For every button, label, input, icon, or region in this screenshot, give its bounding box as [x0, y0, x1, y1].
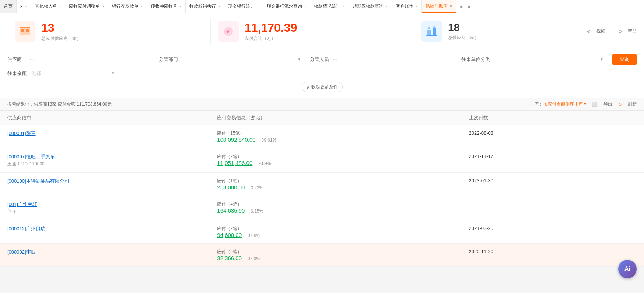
supplier-dots-icon: ···: [29, 56, 34, 63]
nav-customer-ledger-label: 客户账本: [396, 3, 413, 10]
nav-ar-adjust[interactable]: 应收应付调整单 ×: [65, 0, 108, 13]
filter-row-2: 往来余额 选择... ▼: [7, 68, 118, 79]
sort-label-text: 排序：按应付余额倒序排序 ▾: [530, 101, 586, 107]
supplier-col-5: [000012]广州贝瑞: [7, 225, 217, 232]
last-pay-col-2: 2021-11-17: [469, 154, 637, 159]
table-row: [000012]广州贝瑞 应付（2笔） 94,600.00 0.08% 2021…: [0, 220, 644, 244]
tx-label-3: 应付（1笔）: [217, 178, 469, 184]
svg-rect-10: [433, 26, 435, 28]
supplier-link-3[interactable]: [000100]本特勤油品有限公司: [7, 178, 217, 185]
nav-bank-deposit[interactable]: 银行存取款单 ×: [108, 0, 147, 13]
amount-icon: ¥: [218, 21, 239, 42]
nav-bank-deposit-close[interactable]: ×: [141, 4, 143, 8]
balance-select-container[interactable]: 选择... ▼: [29, 68, 118, 79]
tx-row-3: 258,000.00 0.23%: [217, 184, 469, 190]
nav-prev-arrow[interactable]: ◀: [456, 0, 465, 13]
nav-advance-ar-close[interactable]: ×: [179, 4, 182, 8]
nav-cash-bank-stat-label: 现金银行统计: [228, 3, 255, 10]
help-link[interactable]: 帮助: [628, 28, 637, 34]
total-payable-suppliers-label: 总应付供应商（家）: [41, 35, 81, 42]
dept-select-container[interactable]: ▼: [180, 54, 303, 65]
supplier-link-5[interactable]: [000012]广州贝瑞: [7, 225, 217, 232]
refresh-icon: ↻: [618, 102, 622, 107]
supplier-input-container[interactable]: ···: [28, 54, 151, 65]
filter-person: 分管人员 ···: [310, 54, 454, 65]
nav-customer-ledger[interactable]: 客户账本 ×: [392, 0, 422, 13]
nav-other-income-close[interactable]: ×: [59, 4, 62, 8]
ai-label: Ai: [624, 266, 630, 267]
nav-overdue-ar[interactable]: 超期应收款查询 ×: [349, 0, 392, 13]
person-filter-label: 分管人员: [310, 56, 329, 63]
category-select-container[interactable]: ▼: [492, 54, 605, 65]
person-dots-icon: ···: [333, 56, 337, 63]
nav-other-income[interactable]: 其他收入单 ×: [31, 0, 66, 13]
nav-tab3-close[interactable]: ×: [25, 4, 27, 8]
nav-receipt-stat[interactable]: 收款情况统计 ×: [310, 0, 349, 13]
tx-percent-6: 0.03%: [248, 256, 260, 261]
supplier-link-6[interactable]: [000002]李四: [7, 249, 217, 255]
supplier-link-4[interactable]: [001]广州荣轩: [7, 201, 217, 208]
nav-overdue-ar-label: 超期应收款查询: [353, 3, 384, 10]
tx-col-6: 应付（5笔） 32,366.00 0.03%: [217, 249, 469, 261]
tx-row-5: 94,600.00 0.08%: [217, 232, 469, 238]
nav-home[interactable]: 首页: [0, 0, 17, 13]
nav-advance-ar[interactable]: 预收冲应收单 ×: [147, 0, 186, 13]
nav-ar-adjust-close[interactable]: ×: [102, 4, 104, 8]
tx-amount-5[interactable]: 94,600.00: [217, 232, 242, 238]
total-suppliers-label: 总供应商（家）: [448, 35, 479, 41]
supplier-filter-label: 供应商: [7, 56, 26, 63]
tx-amount-6[interactable]: 32,366.00: [217, 255, 242, 261]
nav-cash-bank-flow-close[interactable]: ×: [304, 4, 307, 8]
nav-cash-bank-flow[interactable]: 现金银行流水查询 ×: [263, 0, 311, 13]
nav-customer-ledger-close[interactable]: ×: [416, 4, 418, 8]
total-payable-suppliers-number: 13: [41, 21, 81, 35]
svg-rect-7: [433, 28, 436, 35]
sort-value[interactable]: 按应付余额倒序排序 ▾: [543, 101, 586, 107]
person-input-container[interactable]: ···: [331, 54, 454, 65]
nav-receipt-exec-close[interactable]: ×: [218, 4, 220, 8]
nav-supplier-ledger[interactable]: 供应商账本 ×: [422, 0, 456, 13]
nav-overdue-ar-close[interactable]: ×: [386, 4, 388, 8]
collapse-button[interactable]: ∧ 收起更多条件: [302, 82, 343, 92]
summary-bar: 13 总应付供应商（家） ¥ 11,170.39 应付合计（万）: [0, 13, 644, 49]
export-button[interactable]: 导出: [603, 101, 612, 107]
divider: |: [611, 29, 612, 34]
tx-amount-2[interactable]: 11,051,486.00: [217, 160, 252, 166]
nav-receipt-exec[interactable]: 收款核销执行 ×: [186, 0, 224, 13]
nav-tab3-label: 3: [20, 4, 23, 9]
nav-cash-bank-stat[interactable]: 现金银行统计 ×: [224, 0, 263, 13]
nav-cash-bank-stat-close[interactable]: ×: [257, 4, 259, 8]
tx-amount-4[interactable]: 164,635.90: [217, 207, 245, 214]
svg-text:¥: ¥: [226, 28, 229, 34]
tx-label-4: 应付（4笔）: [217, 201, 469, 207]
filter-dept: 分管部门 ▼: [159, 54, 303, 65]
last-pay-2: 2021-11-17: [469, 154, 494, 159]
nav-cash-bank-flow-label: 现金银行流水查询: [267, 3, 302, 10]
video-link[interactable]: 视频: [596, 28, 605, 34]
tx-col-5: 应付（2笔） 94,600.00 0.08%: [217, 225, 469, 238]
nav-supplier-ledger-close[interactable]: ×: [450, 4, 452, 8]
svg-rect-1: [21, 29, 24, 32]
svg-rect-6: [427, 30, 431, 35]
supplier-col-3: [000100]本特勤油品有限公司: [7, 178, 217, 185]
circle-icon: ⊙: [587, 29, 591, 34]
tx-row-1: 100,092,540.00 89.61%: [217, 137, 469, 143]
last-pay-col-1: 2022-08-08: [469, 130, 637, 136]
nav-next-arrow[interactable]: ▶: [465, 0, 474, 13]
nav-receipt-stat-close[interactable]: ×: [343, 4, 345, 8]
tx-amount-3[interactable]: 258,000.00: [217, 184, 245, 190]
tx-percent-1: 89.61%: [262, 138, 277, 143]
tx-amount-1[interactable]: 100,092,540.00: [217, 137, 255, 143]
col-supplier-info: 供应商信息: [7, 114, 217, 121]
refresh-button[interactable]: 刷新: [628, 101, 637, 107]
tx-row-6: 32,366.00 0.03%: [217, 255, 469, 261]
col-last-pay: 上次付数: [469, 114, 637, 121]
supplier-link-2[interactable]: [000007]恒旺二手叉车: [7, 154, 217, 160]
total-suppliers-icon: [421, 21, 442, 42]
nav-receipt-stat-label: 收款情况统计: [314, 3, 340, 10]
supplier-link-1[interactable]: [000001]张三: [7, 130, 217, 137]
query-button[interactable]: 查询: [612, 54, 637, 65]
supplier-col-2: [000007]恒旺二手叉车 王通 17106110000: [7, 154, 217, 167]
nav-tab3[interactable]: 3 ×: [17, 0, 31, 13]
balance-chevron-icon: ▼: [111, 71, 115, 75]
